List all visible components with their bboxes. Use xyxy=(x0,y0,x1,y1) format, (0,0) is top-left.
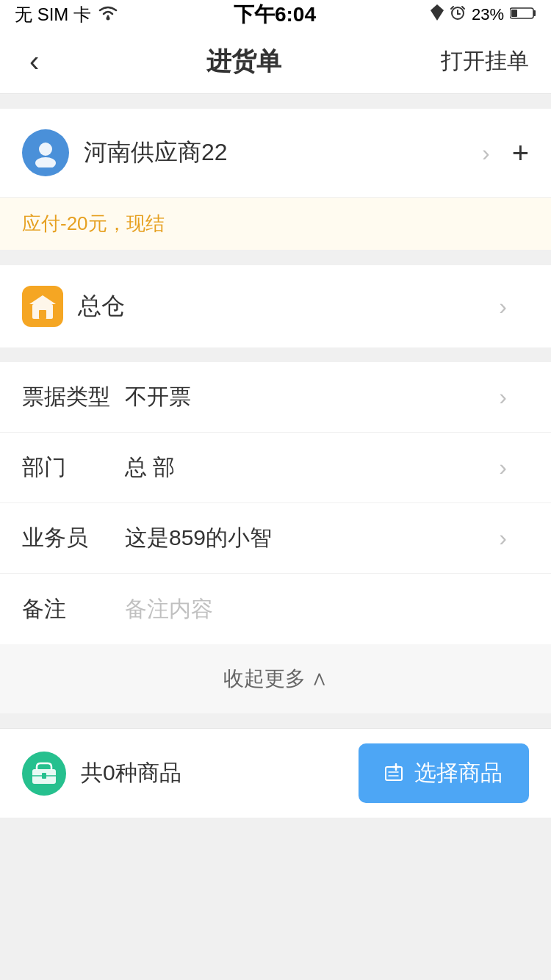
invoice-value: 不开票 xyxy=(125,382,499,412)
section-gap-1 xyxy=(0,94,551,109)
warehouse-section[interactable]: 总仓 › xyxy=(0,264,551,347)
supplier-section: 河南供应商22 › + 应付-20元，现结 xyxy=(0,109,551,250)
battery-label: 23% xyxy=(472,5,504,24)
warehouse-chevron-icon: › xyxy=(499,293,507,320)
supplier-avatar xyxy=(22,129,69,176)
department-label: 部门 xyxy=(22,453,125,483)
warehouse-row[interactable]: 总仓 › xyxy=(0,264,551,347)
select-product-button[interactable]: 选择商品 xyxy=(359,743,529,803)
svg-rect-13 xyxy=(39,310,46,319)
warehouse-icon xyxy=(22,286,63,327)
warehouse-name: 总仓 xyxy=(78,290,499,323)
salesman-chevron-icon: › xyxy=(499,525,507,552)
invoice-row[interactable]: 票据类型 不开票 › xyxy=(0,362,551,433)
supplier-chevron-icon: › xyxy=(482,140,490,167)
page: 无 SIM 卡 下午6:04 xyxy=(0,0,551,980)
nav-bar: ‹ 进货单 打开挂单 xyxy=(0,29,551,94)
invoice-chevron-icon: › xyxy=(499,383,507,411)
svg-point-10 xyxy=(35,157,56,167)
alarm-icon xyxy=(450,4,466,25)
salesman-label: 业务员 xyxy=(22,523,125,553)
salesman-value: 这是859的小智 xyxy=(125,523,499,553)
add-supplier-button[interactable]: + xyxy=(512,137,529,170)
svg-point-9 xyxy=(39,143,52,156)
section-gap-2 xyxy=(0,250,551,264)
battery-icon xyxy=(510,5,536,24)
status-bar-right: 23% xyxy=(431,4,536,25)
section-gap-4 xyxy=(0,713,551,728)
department-value: 总 部 xyxy=(125,453,499,483)
bottom-bar: 共0种商品 选择商品 xyxy=(0,728,551,818)
collapse-label: 收起更多 ∧ xyxy=(223,665,328,693)
svg-point-0 xyxy=(107,17,110,21)
invoice-label: 票据类型 xyxy=(22,382,125,412)
collapse-row[interactable]: 收起更多 ∧ xyxy=(0,644,551,713)
supplier-notice: 应付-20元，现结 xyxy=(0,198,551,250)
select-product-label: 选择商品 xyxy=(414,758,503,788)
svg-marker-12 xyxy=(29,295,56,304)
svg-rect-7 xyxy=(533,10,536,16)
svg-line-5 xyxy=(462,7,464,9)
department-chevron-icon: › xyxy=(499,454,507,481)
nav-title: 进货单 xyxy=(206,45,281,79)
location-icon xyxy=(431,4,444,25)
open-pending-button[interactable]: 打开挂单 xyxy=(441,46,529,76)
svg-line-4 xyxy=(451,7,453,9)
supplier-name: 河南供应商22 xyxy=(84,137,482,169)
svg-rect-8 xyxy=(511,10,517,17)
form-section: 票据类型 不开票 › 部门 总 部 › 业务员 这是859的小智 › 备注 备注… xyxy=(0,362,551,644)
remark-label: 备注 xyxy=(22,594,125,624)
wifi-icon xyxy=(97,4,119,25)
product-icon xyxy=(22,752,66,796)
section-gap-3 xyxy=(0,347,551,362)
product-count: 共0种商品 xyxy=(81,758,344,788)
department-row[interactable]: 部门 总 部 › xyxy=(0,433,551,503)
svg-rect-16 xyxy=(42,773,46,779)
status-bar: 无 SIM 卡 下午6:04 xyxy=(0,0,551,29)
back-button[interactable]: ‹ xyxy=(22,37,46,85)
status-bar-time: 下午6:04 xyxy=(234,1,316,29)
salesman-row[interactable]: 业务员 这是859的小智 › xyxy=(0,503,551,574)
supplier-row[interactable]: 河南供应商22 › + xyxy=(0,109,551,198)
carrier-label: 无 SIM 卡 xyxy=(15,3,91,26)
remark-input[interactable]: 备注内容 xyxy=(125,594,529,624)
svg-rect-17 xyxy=(386,767,402,780)
remark-row[interactable]: 备注 备注内容 xyxy=(0,574,551,644)
status-bar-left: 无 SIM 卡 xyxy=(15,3,119,26)
